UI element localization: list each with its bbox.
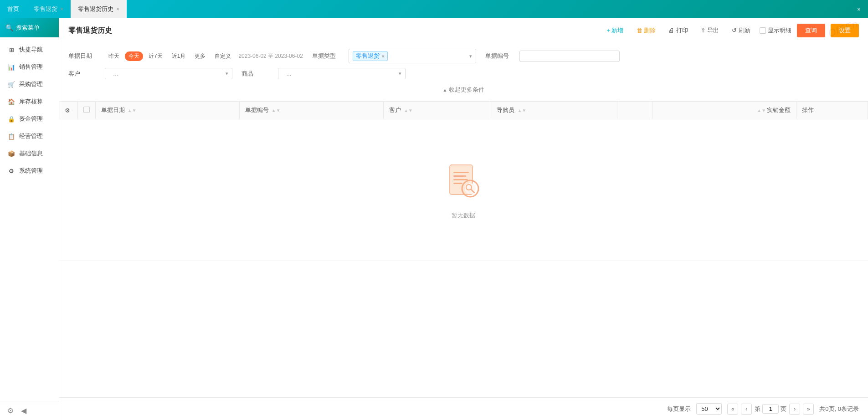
date-btn-yesterday[interactable]: 昨天 bbox=[105, 51, 123, 61]
sidebar-item-purchase-mgmt-label: 采购管理 bbox=[19, 80, 43, 88]
sidebar-settings-icon[interactable]: ⚙ bbox=[7, 406, 14, 415]
date-btn-custom[interactable]: 自定义 bbox=[211, 51, 235, 61]
tab-retail-return-history[interactable]: 零售退货历史 × bbox=[71, 0, 127, 18]
goods-select[interactable]: ... ▾ bbox=[278, 68, 406, 79]
page-next-button[interactable]: › bbox=[789, 404, 800, 415]
doc-type-tag-close[interactable]: × bbox=[381, 53, 385, 60]
sidebar: 🔍 搜索菜单 ⊞ 快捷导航 📊 销售管理 🛒 采购管理 🏠 库存核算 🔒 bbox=[0, 18, 59, 420]
date-btn-today[interactable]: 今天 bbox=[125, 51, 143, 61]
setting-button[interactable]: 设置 bbox=[831, 24, 859, 37]
tab-list: 首页 零售退货 × 零售退货历史 × bbox=[0, 0, 850, 18]
basic-info-icon: 📦 bbox=[7, 149, 15, 158]
toolbar-actions: + 新增 🗑 删除 🖨 打印 ⇧ 导出 ↺ 刷新 显示明细 查询 设置 bbox=[603, 24, 859, 37]
window-close-button[interactable]: × bbox=[850, 0, 868, 18]
show-detail-text: 显示明细 bbox=[768, 26, 791, 35]
close-icon: × bbox=[857, 6, 861, 13]
col-spacer bbox=[617, 102, 652, 119]
tab-retail-return-close[interactable]: × bbox=[60, 6, 63, 12]
new-button[interactable]: + 新增 bbox=[603, 25, 627, 36]
page-last-button[interactable]: » bbox=[803, 404, 814, 415]
print-button[interactable]: 🖨 打印 bbox=[665, 25, 692, 36]
col-settings[interactable]: ⚙ bbox=[59, 102, 77, 119]
sidebar-item-purchase-mgmt[interactable]: 🛒 采购管理 bbox=[0, 76, 59, 93]
svg-rect-4 bbox=[453, 183, 462, 184]
page-label: 第 bbox=[755, 405, 760, 413]
show-detail-label[interactable]: 显示明细 bbox=[760, 26, 791, 35]
page-title: 零售退货历史 bbox=[68, 26, 112, 36]
tab-retail-return-history-close[interactable]: × bbox=[116, 6, 119, 12]
tab-retail-return-history-label: 零售退货历史 bbox=[78, 5, 113, 13]
page-header: 零售退货历史 + 新增 🗑 删除 🖨 打印 ⇧ 导出 ↺ 刷新 显示明细 查询 … bbox=[59, 18, 868, 43]
date-btn-7days[interactable]: 近7天 bbox=[145, 51, 166, 61]
pagination-bar: 每页显示 50 10 20 100 « ‹ 第 页 › » 共0页, 0条记录 bbox=[59, 397, 868, 420]
empty-state-cell: 暂无数据 bbox=[59, 119, 868, 261]
col-settings-icon[interactable]: ⚙ bbox=[65, 107, 70, 114]
per-page-select[interactable]: 50 10 20 100 bbox=[696, 403, 722, 415]
sidebar-search-label: 搜索菜单 bbox=[16, 24, 40, 32]
sort-arrows-amount: ▲▼ bbox=[757, 108, 766, 113]
collapse-button[interactable]: ▲ 收起更多条件 bbox=[68, 84, 859, 96]
doc-type-select[interactable]: 零售退货 × ▾ bbox=[349, 49, 476, 63]
tab-home-label: 首页 bbox=[7, 5, 19, 13]
col-doc-no[interactable]: 单据编号 ▲▼ bbox=[239, 102, 383, 119]
sidebar-item-basic-info[interactable]: 📦 基础信息 bbox=[0, 145, 59, 162]
sort-arrows-doc-date: ▲▼ bbox=[128, 108, 137, 113]
main-layout: 🔍 搜索菜单 ⊞ 快捷导航 📊 销售管理 🛒 采购管理 🏠 库存核算 🔒 bbox=[0, 18, 868, 420]
sidebar-item-inventory-label: 库存核算 bbox=[19, 97, 43, 106]
query-button[interactable]: 查询 bbox=[797, 24, 825, 37]
show-detail-checkbox[interactable] bbox=[760, 27, 766, 34]
total-text: 共0页, 0条记录 bbox=[819, 405, 859, 413]
select-all-checkbox[interactable] bbox=[83, 107, 90, 113]
sys-mgmt-icon: ⚙ bbox=[7, 167, 15, 175]
col-checkbox[interactable] bbox=[77, 102, 95, 119]
content-area: 零售退货历史 + 新增 🗑 删除 🖨 打印 ⇧ 导出 ↺ 刷新 显示明细 查询 … bbox=[59, 18, 868, 420]
sidebar-item-inventory[interactable]: 🏠 库存核算 bbox=[0, 93, 59, 110]
sidebar-search[interactable]: 🔍 搜索菜单 bbox=[0, 18, 59, 37]
col-customer[interactable]: 客户 ▲▼ bbox=[384, 102, 491, 119]
customer-filter-label: 客户 bbox=[68, 70, 96, 78]
date-filter-label: 单据日期 bbox=[68, 52, 96, 60]
sidebar-item-quick-nav[interactable]: ⊞ 快捷导航 bbox=[0, 41, 59, 58]
sort-arrows-doc-no: ▲▼ bbox=[272, 108, 281, 113]
col-amount[interactable]: ▲▼ 实销金额 bbox=[652, 102, 796, 119]
sidebar-item-finance-mgmt-label: 资金管理 bbox=[19, 115, 43, 123]
tab-home[interactable]: 首页 bbox=[0, 0, 26, 18]
refresh-button[interactable]: ↺ 刷新 bbox=[728, 25, 754, 36]
date-btn-more[interactable]: 更多 bbox=[191, 51, 209, 61]
filter-area: 单据日期 昨天 今天 近7天 近1月 更多 自定义 2023-06-02 至 2… bbox=[59, 43, 868, 102]
customer-dropdown-arrow: ▾ bbox=[226, 71, 228, 77]
finance-mgmt-icon: 🔒 bbox=[7, 115, 15, 123]
tab-retail-return[interactable]: 零售退货 × bbox=[26, 0, 71, 18]
col-doc-date[interactable]: 单据日期 ▲▼ bbox=[95, 102, 239, 119]
goods-dropdown-arrow: ▾ bbox=[399, 71, 401, 77]
customer-placeholder: ... bbox=[109, 70, 123, 77]
doc-no-label: 单据编号 bbox=[485, 52, 510, 60]
sidebar-item-ops-mgmt[interactable]: 📋 经营管理 bbox=[0, 128, 59, 145]
date-btn-1month[interactable]: 近1月 bbox=[168, 51, 190, 61]
page-nav: « ‹ 第 页 › » bbox=[727, 404, 814, 415]
customer-select[interactable]: ... ▾ bbox=[105, 68, 232, 79]
sidebar-item-sales-mgmt[interactable]: 📊 销售管理 bbox=[0, 58, 59, 76]
empty-icon bbox=[441, 160, 486, 206]
page-first-button[interactable]: « bbox=[727, 404, 738, 415]
sidebar-item-finance-mgmt[interactable]: 🔒 资金管理 bbox=[0, 110, 59, 128]
sidebar-item-ops-mgmt-label: 经营管理 bbox=[19, 132, 43, 140]
sidebar-item-quick-nav-label: 快捷导航 bbox=[19, 46, 43, 54]
svg-rect-2 bbox=[453, 175, 466, 177]
col-customer-label: 客户 bbox=[389, 106, 401, 114]
delete-button[interactable]: 🗑 删除 bbox=[633, 25, 660, 36]
export-button[interactable]: ⇧ 导出 bbox=[697, 25, 723, 36]
doc-no-input[interactable] bbox=[519, 51, 620, 62]
goods-placeholder: ... bbox=[282, 70, 296, 77]
quick-nav-icon: ⊞ bbox=[7, 46, 15, 54]
sales-mgmt-icon: 📊 bbox=[7, 63, 15, 71]
page-prev-button[interactable]: ‹ bbox=[741, 404, 752, 415]
sidebar-item-sys-mgmt[interactable]: ⚙ 系统管理 bbox=[0, 162, 59, 179]
empty-state: 暂无数据 bbox=[65, 124, 863, 256]
sort-arrows-customer: ▲▼ bbox=[404, 108, 413, 113]
col-doc-date-label: 单据日期 bbox=[101, 106, 125, 114]
sidebar-collapse-icon[interactable]: ◀ bbox=[21, 406, 26, 415]
page-input[interactable] bbox=[762, 404, 779, 414]
collapse-label: 收起更多条件 bbox=[449, 86, 484, 94]
col-guide[interactable]: 导购员 ▲▼ bbox=[491, 102, 617, 119]
